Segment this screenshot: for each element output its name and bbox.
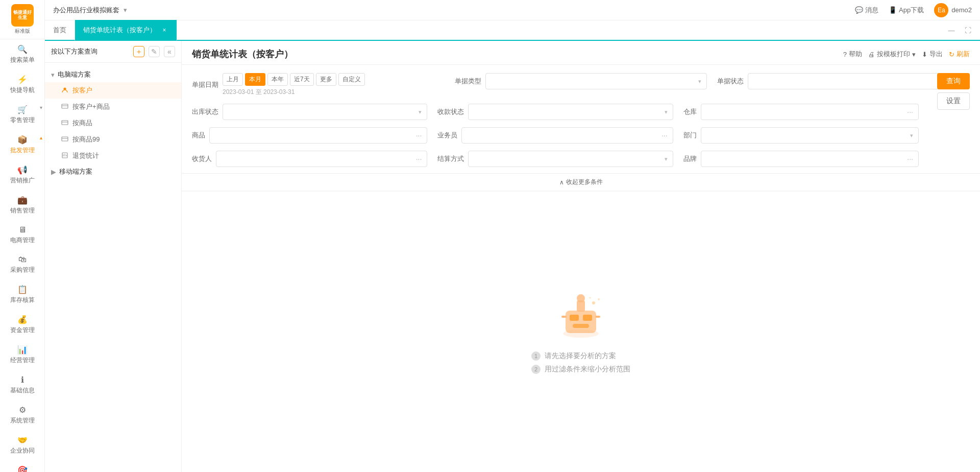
receive-status-select[interactable]: ▾ — [468, 104, 673, 120]
logo-label: 标准版 — [15, 28, 30, 35]
sidebar-item-label: 营销推广 — [10, 176, 35, 185]
sidebar-item-finance[interactable]: 💰 资金管理 — [0, 310, 44, 340]
sidebar-item-marketing[interactable]: 📢 营销推广 — [0, 160, 44, 190]
message-label: 消息 — [865, 6, 878, 15]
search-icon: 🔍 — [17, 44, 28, 54]
scheme-item-customer-goods-label: 按客户+商品 — [72, 102, 110, 111]
sidebar-item-basic[interactable]: ℹ 基础信息 — [0, 370, 44, 400]
scheme-item-customer-label: 按客户 — [72, 86, 92, 95]
scheme-item-customer-goods[interactable]: 按客户+商品 — [45, 99, 181, 115]
svg-point-20 — [592, 301, 595, 304]
scheme-group-mobile: ▶ 移动端方案 — [45, 164, 181, 179]
sidebar-item-sales[interactable]: 💼 销售管理 — [0, 190, 44, 220]
receiver-select[interactable]: ··· — [216, 151, 427, 167]
tab-home[interactable]: 首页 — [45, 20, 75, 40]
edit-icon: ✎ — [151, 48, 157, 56]
department-select[interactable]: ▾ — [701, 127, 919, 144]
scheme-group-desktop-header[interactable]: ▾ 电脑端方案 — [45, 67, 181, 82]
scheme-actions: + ✎ « — [133, 46, 175, 57]
tab-fullscreen-button[interactable]: ⛶ — [962, 24, 974, 36]
sidebar-item-retail[interactable]: 🛒 零售管理 ▾ — [0, 100, 44, 130]
sidebar-item-quicknav[interactable]: ⚡ 快捷导航 — [0, 69, 44, 100]
brand-label: 品牌 — [683, 154, 697, 163]
date-this-year-btn[interactable]: 本年 — [267, 73, 288, 86]
quicknav-icon: ⚡ — [17, 75, 28, 84]
svg-rect-5 — [62, 137, 68, 141]
settlement-arrow-icon: ▾ — [665, 156, 668, 162]
page-title: 销货单统计表（按客户） — [192, 48, 293, 60]
print-button[interactable]: 🖨 按模板打印 ▾ — [868, 50, 916, 59]
scheme-item-goods99[interactable]: 按商品99 — [45, 131, 181, 148]
scheme-edit-button[interactable]: ✎ — [149, 46, 160, 57]
export-button[interactable]: ⬇ 导出 — [922, 50, 943, 59]
sidebar-item-company[interactable]: 🤝 企业协同 — [0, 430, 44, 460]
collapse-label: 收起更多条件 — [566, 178, 603, 186]
scheme-header: 按以下方案查询 + ✎ « — [45, 41, 181, 63]
sidebar-item-inventory[interactable]: 📋 库存核算 — [0, 279, 44, 310]
scheme-add-button[interactable]: + — [133, 46, 144, 57]
home-tab-label: 首页 — [53, 26, 66, 35]
tip-text-1: 请先选择要分析的方案 — [545, 351, 616, 361]
date-custom-btn[interactable]: 自定义 — [338, 73, 365, 86]
scheme-group-mobile-header[interactable]: ▶ 移动端方案 — [45, 164, 181, 179]
goods-select[interactable]: ··· — [209, 127, 427, 144]
empty-tip-1: 1 请先选择要分析的方案 — [531, 351, 630, 361]
sidebar-item-system[interactable]: ⚙ 系统管理 — [0, 400, 44, 430]
sidebar-item-search[interactable]: 🔍 搜索菜单 — [0, 39, 44, 69]
collapse-icon: « — [167, 48, 172, 56]
refresh-button[interactable]: ↻ 刷新 — [949, 50, 970, 59]
sidebar-item-ecommerce[interactable]: 🖥 电商管理 — [0, 220, 44, 250]
goods-scheme-icon — [61, 119, 68, 128]
query-button[interactable]: 查询 — [937, 73, 970, 89]
tab-close-button[interactable]: × — [160, 26, 168, 34]
scheme-group-desktop-label: 电脑端方案 — [58, 70, 91, 79]
date-last-month-btn[interactable]: 上月 — [223, 73, 243, 86]
help-label: 帮助 — [849, 50, 862, 59]
scheme-item-return-label: 退货统计 — [72, 151, 99, 160]
brand-select[interactable]: ··· — [701, 151, 919, 167]
tab-active[interactable]: 销货单统计表（按客户） × — [75, 20, 177, 40]
sales-icon: 💼 — [17, 195, 28, 205]
sidebar-item-purchase[interactable]: 🛍 采购管理 — [0, 250, 44, 279]
date-this-month-btn[interactable]: 本月 — [245, 73, 265, 86]
scheme-item-goods[interactable]: 按商品 — [45, 115, 181, 131]
newbie-icon: 🎯 — [17, 465, 28, 472]
warehouse-dots-icon: ··· — [907, 108, 913, 116]
empty-tips: 1 请先选择要分析的方案 2 用过滤条件来缩小分析范围 — [531, 351, 630, 374]
user-profile[interactable]: Ea demo2 — [934, 3, 972, 17]
operation-icon: 📊 — [17, 345, 28, 355]
help-button[interactable]: ? 帮助 — [843, 50, 862, 59]
date-last7-btn[interactable]: 近7天 — [290, 73, 314, 86]
scheme-item-return-stats[interactable]: 退货统计 — [45, 148, 181, 164]
tab-bar: 首页 销货单统计表（按客户） × — ⛶ — [45, 20, 980, 41]
collapse-bar[interactable]: ∧ 收起更多条件 — [559, 178, 603, 186]
settlement-select[interactable]: ▾ — [468, 151, 673, 167]
sidebar-item-operation[interactable]: 📊 经营管理 — [0, 340, 44, 370]
app-download-button[interactable]: 📱 App下载 — [889, 6, 924, 15]
sidebar-item-wholesale[interactable]: 📦 批发管理 ▴ — [0, 130, 44, 160]
scheme-collapse-button[interactable]: « — [164, 46, 175, 57]
out-status-select[interactable]: ▾ — [223, 104, 427, 120]
header-dropdown-icon[interactable]: ▾ — [124, 6, 127, 14]
message-button[interactable]: 💬 消息 — [855, 6, 878, 15]
bill-type-select[interactable]: ▾ — [485, 73, 707, 89]
sidebar-item-label: 采购管理 — [10, 266, 35, 274]
warehouse-select[interactable]: ··· — [701, 104, 919, 120]
scheme-item-by-customer[interactable]: 按客户 — [45, 82, 181, 99]
department-arrow-icon: ▾ — [910, 132, 913, 139]
salesman-select[interactable]: ··· — [461, 127, 673, 144]
retail-icon: 🛒 — [17, 105, 28, 114]
svg-point-22 — [590, 297, 591, 298]
bill-status-select[interactable]: ▾ — [748, 73, 970, 89]
add-icon: + — [137, 48, 141, 56]
basic-icon: ℹ — [21, 375, 24, 385]
scheme-group-desktop: ▾ 电脑端方案 按客户 按客户+商品 — [45, 67, 181, 164]
tip-num-2: 2 — [531, 365, 541, 374]
setting-button[interactable]: 设置 — [937, 92, 970, 110]
sidebar-item-newbie[interactable]: 🎯 新手引导 — [0, 460, 44, 472]
purchase-icon: 🛍 — [18, 255, 27, 264]
tab-restore-button[interactable]: — — [945, 24, 958, 36]
date-more-btn[interactable]: 更多 — [316, 73, 336, 86]
sidebar-logo[interactable]: 畅捷通好生意 标准版 — [0, 0, 44, 39]
svg-rect-13 — [570, 315, 579, 321]
